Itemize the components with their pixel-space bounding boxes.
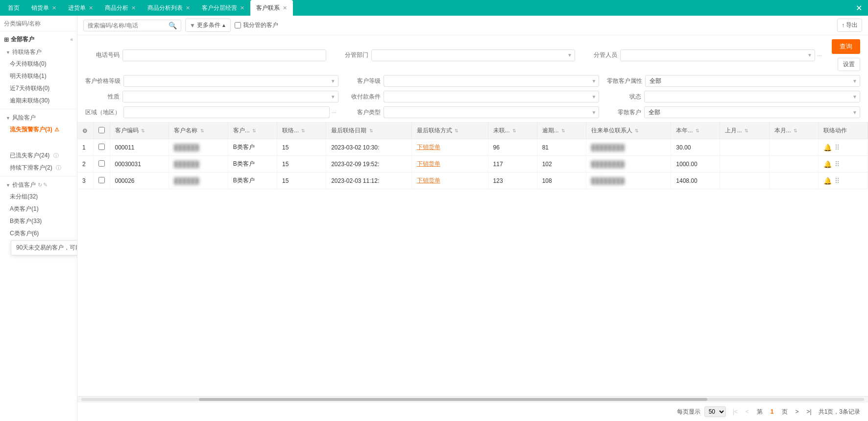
customer-type-select[interactable] xyxy=(384,106,600,118)
close-icon[interactable]: ✕ xyxy=(89,5,93,11)
tab-purchase[interactable]: 进货单 ✕ xyxy=(62,0,99,16)
sidebar-item-ungrouped[interactable]: 未分组(32) xyxy=(0,191,77,203)
tab-customer-contact[interactable]: 客户联系 ✕ xyxy=(250,0,293,16)
row-last-method[interactable]: 下销货单 xyxy=(411,156,488,173)
close-icon[interactable]: ✕ xyxy=(186,5,190,11)
close-icon[interactable]: ✕ xyxy=(52,5,56,11)
more-actions-icon[interactable]: ⠿ xyxy=(835,144,840,151)
pagination-bar: 每页显示 50 |< < 第 1 页 > >| 共1页，3条记录 xyxy=(77,402,868,421)
col-last-month: 上月... ⇅ xyxy=(720,123,769,139)
dept-select[interactable] xyxy=(371,50,575,61)
refresh-icon[interactable]: ↻ xyxy=(38,182,42,188)
person-select[interactable] xyxy=(620,50,815,61)
row-checkbox[interactable] xyxy=(93,156,110,173)
payment-select[interactable] xyxy=(384,91,600,102)
row-actions: 🔔 ⠿ xyxy=(818,139,868,156)
close-window-icon[interactable]: ✕ xyxy=(852,3,866,13)
sidebar-item-declining[interactable]: 持续下滑客户(2) ⓘ xyxy=(0,162,77,174)
status-select[interactable] xyxy=(644,91,860,102)
page-size-select[interactable]: 50 xyxy=(704,406,726,417)
person-select-wrap: ▼ xyxy=(620,50,815,61)
row-actions: 🔔 ⠿ xyxy=(818,156,868,173)
contact-icon[interactable]: 🔔 xyxy=(823,144,832,151)
sidebar-item-class-a[interactable]: A类客户(1) xyxy=(0,203,77,215)
tab-sales[interactable]: 销货单 ✕ xyxy=(25,0,62,16)
chevron-left-icon: « xyxy=(70,37,73,42)
more-icon[interactable]: ··· xyxy=(330,109,338,116)
phone-input[interactable] xyxy=(122,50,326,61)
sidebar-search-input[interactable] xyxy=(4,20,77,27)
warning-icon: ⚠ xyxy=(54,126,59,133)
col-settings[interactable]: ⚙ xyxy=(77,123,93,139)
first-page-btn[interactable]: |< xyxy=(730,407,741,416)
nature-select[interactable] xyxy=(122,91,338,102)
tab-home[interactable]: 首页 xyxy=(2,0,25,16)
sidebar-group-value[interactable]: ▼ 价值客户 ↻ ✎ xyxy=(0,178,77,191)
filter-retail-attr: 零散客户属性 全部 ▼ xyxy=(607,75,860,87)
sidebar-item-churn-warning[interactable]: 流失预警客户(3) ⚠ xyxy=(0,124,77,136)
sort-icon: ⇅ xyxy=(512,128,516,133)
select-all-checkbox[interactable] xyxy=(98,127,105,133)
close-icon[interactable]: ✕ xyxy=(283,5,287,11)
contact-icon[interactable]: 🔔 xyxy=(823,177,832,185)
status-select-wrap: ▼ xyxy=(644,91,860,102)
more-conditions-btn[interactable]: ▼ 更多条件 ▲ xyxy=(185,19,231,32)
retail-customer-select-wrap: 全部 ▼ xyxy=(644,106,860,118)
sidebar-item-class-c[interactable]: C类客户(6) xyxy=(0,227,77,240)
scroll-thumb[interactable] xyxy=(199,398,708,401)
edit-icon[interactable]: ✎ xyxy=(43,182,48,188)
last-page-btn[interactable]: >| xyxy=(804,407,815,416)
retail-attr-select[interactable]: 全部 xyxy=(645,75,860,87)
close-icon[interactable]: ✕ xyxy=(131,5,136,11)
price-grade-select[interactable] xyxy=(123,75,338,87)
sidebar-item-churned[interactable]: 已流失客户(24) ⓘ xyxy=(0,149,77,162)
contact-icon[interactable]: 🔔 xyxy=(823,160,832,168)
customer-grade-select[interactable] xyxy=(384,75,600,87)
more-actions-icon[interactable]: ⠿ xyxy=(835,177,840,185)
sidebar-item-today-pending[interactable]: 今天待联络(0) xyxy=(0,58,77,70)
tab-goods-analysis[interactable]: 商品分析 ✕ xyxy=(99,0,142,16)
info-icon: ⓘ xyxy=(53,152,59,158)
more-icon[interactable]: ··· xyxy=(815,52,824,59)
sidebar-item-tomorrow-pending[interactable]: 明天待联络(1) xyxy=(0,70,77,82)
region-input[interactable] xyxy=(123,106,330,118)
sidebar-root[interactable]: ⊞ 全部客户 « xyxy=(0,31,77,46)
sidebar-group-risk[interactable]: ▼ 风险客户 xyxy=(0,111,77,124)
prev-page-btn[interactable]: < xyxy=(743,407,752,416)
row-checkbox[interactable] xyxy=(93,139,110,156)
tab-goods-analysis-list[interactable]: 商品分析列表 ✕ xyxy=(142,0,196,16)
col-code: 客户编码 ⇅ xyxy=(110,123,169,139)
retail-attr-select-wrap: 全部 ▼ xyxy=(645,75,860,87)
filter-bar: 🔍 ▼ 更多条件 ▲ 我分管的客户 ↑ 导出 xyxy=(77,16,868,35)
row-this-year: 1408.00 xyxy=(671,173,720,189)
sidebar-item-overdue-pending[interactable]: 逾期未联络(30) xyxy=(0,95,77,107)
settings-btn[interactable]: 设置 xyxy=(838,58,860,71)
filter-nature: 性质 ▼ xyxy=(85,91,338,102)
row-last-method[interactable]: 下销货单 xyxy=(411,139,488,156)
row-this-month xyxy=(769,139,818,156)
tab-customer-layer[interactable]: 客户分层经营 ✕ xyxy=(196,0,250,16)
my-customers-checkbox[interactable]: 我分管的客户 xyxy=(235,21,278,29)
price-grade-select-wrap: ▼ xyxy=(123,75,338,87)
next-page-btn[interactable]: > xyxy=(793,407,802,416)
query-btn[interactable]: 查询 xyxy=(832,39,860,54)
sidebar-group-pending[interactable]: ▼ 待联络客户 xyxy=(0,46,77,58)
row-checkbox[interactable] xyxy=(93,173,110,189)
row-uncontacted: 96 xyxy=(488,139,537,156)
close-icon[interactable]: ✕ xyxy=(240,5,244,11)
sidebar-item-class-b[interactable]: B类客户(33) xyxy=(0,215,77,227)
row-index: 1 xyxy=(77,139,93,156)
horizontal-scrollbar[interactable] xyxy=(77,396,868,402)
arrow-down-icon: ▼ xyxy=(6,50,10,55)
sidebar-item-7days-pending[interactable]: 近7天待联络(0) xyxy=(0,82,77,95)
retail-customer-select[interactable]: 全部 xyxy=(644,106,860,118)
more-actions-icon[interactable]: ⠿ xyxy=(835,160,840,168)
filter-search-input[interactable] xyxy=(88,22,167,29)
col-type: 客户... ⇅ xyxy=(228,123,277,139)
row-last-method[interactable]: 下销货单 xyxy=(411,173,488,189)
row-actions: 🔔 ⠿ xyxy=(818,173,868,189)
sidebar: 🔍 ⊞ 全部客户 « ▼ 待联络客户 今天待联络(0) 明天待联络(1) 近7天… xyxy=(0,16,77,421)
filter-dept: 分管部门 ▼ xyxy=(334,50,575,61)
export-btn[interactable]: ↑ 导出 xyxy=(837,19,862,32)
customer-type-select-wrap: ▼ xyxy=(384,106,600,118)
